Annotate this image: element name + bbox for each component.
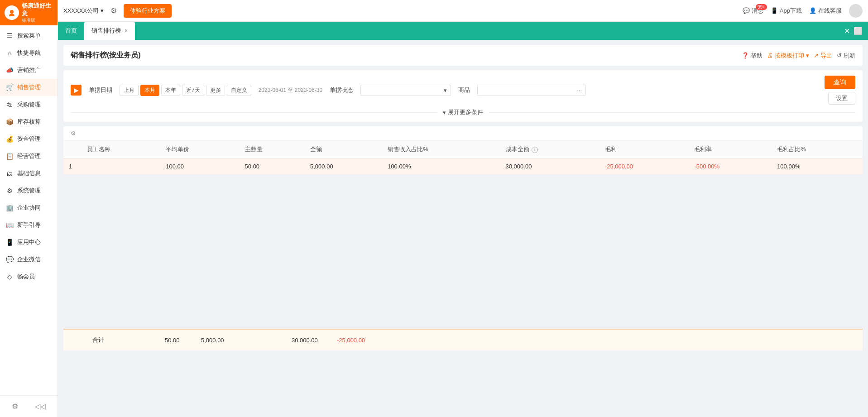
expand-label: 展开更多条件 [448, 108, 483, 116]
sidebar-item-guide[interactable]: 📖 新手引导 [0, 216, 58, 234]
header-settings-btn[interactable]: ⚙ [107, 5, 120, 17]
company-selector[interactable]: XXXXXX公司 ▾ [63, 7, 104, 15]
tab-sales-ranking[interactable]: 销售排行榜 × [84, 22, 135, 40]
date-btn-prev-month[interactable]: 上月 [120, 85, 139, 96]
search-menu-icon: ☰ [5, 32, 14, 39]
col-cost: 成本全额 i [500, 141, 599, 158]
sidebar-item-search[interactable]: ☰ 搜索菜单 [0, 27, 58, 44]
tab-home[interactable]: 首页 [58, 22, 84, 40]
sidebar-label-funds: 资金管理 [17, 135, 41, 143]
sidebar-label-purchase: 采购管理 [17, 101, 41, 109]
filter-forward-btn[interactable]: ▶ [71, 85, 82, 96]
message-icon: 💬 [743, 7, 750, 14]
table-settings-icon[interactable]: ⚙ [71, 130, 76, 137]
sidebar-item-app-center[interactable]: 📱 应用中心 [0, 234, 58, 251]
refresh-btn[interactable]: ↺ 刷新 [837, 52, 855, 60]
chevron-down-icon: ▾ [101, 7, 104, 14]
app-edition: 标准版 [22, 17, 53, 23]
footer-total-label: 合计 [87, 334, 123, 346]
table-settings-row: ⚙ [63, 126, 863, 141]
help-btn[interactable]: ❓ 帮助 [742, 52, 762, 60]
sidebar-bottom: ⚙ ◁◁ [0, 395, 58, 417]
goods-filter-input[interactable]: ··· [477, 85, 586, 96]
sidebar-item-sales[interactable]: 🛒 销售管理 [0, 79, 58, 96]
status-chevron-icon: ▾ [444, 87, 447, 94]
message-btn[interactable]: 💬 消息 99+ [743, 7, 763, 15]
print-chevron-icon: ▾ [806, 52, 809, 59]
sidebar-item-basic-info[interactable]: 🗂 基础信息 [0, 165, 58, 182]
print-btn[interactable]: 🖨 按模板打印 ▾ [767, 52, 809, 60]
status-filter-label: 单据状态 [330, 86, 353, 94]
table-row: 1 100.00 50.00 5,000.00 100.00% 30,000.0… [63, 158, 863, 175]
filter-action-btns: 查询 设置 [825, 76, 855, 105]
header-right: 💬 消息 99+ 📱 App下载 👤 在线客服 [743, 4, 863, 18]
sidebar-item-inventory[interactable]: 📦 库存核算 [0, 113, 58, 130]
sidebar-nav: ☰ 搜索菜单 ⌂ 快捷导航 📣 营销推广 🛒 销售管理 🛍 采购管理 📦 库存核… [0, 25, 58, 395]
filter-row-1: ▶ 单据日期 上月 本月 本年 近7天 更多 自定义 2023-06-01 至 … [71, 76, 855, 105]
cell-sales-ratio: 100.00% [382, 158, 500, 175]
export-icon: ↗ [814, 52, 819, 59]
cost-info-icon[interactable]: i [532, 147, 538, 153]
status-filter-select[interactable]: ▾ [360, 85, 451, 96]
sidebar-label-guide: 新手引导 [17, 221, 41, 229]
service-icon: 👤 [809, 7, 816, 14]
tab-home-label: 首页 [65, 27, 77, 35]
sidebar-item-wechat[interactable]: 💬 企业微信 [0, 251, 58, 268]
date-btn-custom[interactable]: 自定义 [227, 85, 251, 96]
export-label: 导出 [820, 52, 832, 60]
sidebar-settings-btn[interactable]: ⚙ [10, 400, 20, 412]
system-icon: ⚙ [5, 187, 14, 194]
sidebar-item-operations[interactable]: 📋 经营管理 [0, 148, 58, 165]
query-btn[interactable]: 查询 [825, 76, 855, 89]
col-employee: 员工名称 [82, 141, 160, 158]
message-badge: 99+ [756, 4, 767, 10]
date-btn-current-year[interactable]: 本年 [161, 85, 180, 96]
sidebar-item-enterprise[interactable]: 🏢 企业协同 [0, 199, 58, 216]
expand-more-btn[interactable]: ▾ 展开更多条件 [437, 108, 489, 116]
sidebar-item-quick-nav[interactable]: ⌂ 快捷导航 [0, 44, 58, 62]
tab-close-icon[interactable]: × [125, 28, 128, 34]
col-gross: 毛利 [599, 141, 689, 158]
data-table-container: ⚙ 员工名称 平均单价 主数量 全额 销售收入占比% 成本全额 i 毛利 毛利率… [63, 126, 863, 175]
footer-cost: 30,000.00 [286, 335, 331, 345]
date-btn-7days[interactable]: 近7天 [182, 85, 204, 96]
app-center-icon: 📱 [5, 239, 14, 246]
company-name: XXXXXX公司 [63, 7, 99, 15]
online-service-btn[interactable]: 👤 在线客服 [809, 7, 842, 15]
date-btn-more[interactable]: 更多 [206, 85, 225, 96]
operations-icon: 📋 [5, 153, 14, 160]
expand-divider-left [71, 112, 437, 113]
col-qty: 主数量 [240, 141, 305, 158]
close-window-icon[interactable]: ✕ [844, 27, 850, 35]
sidebar-item-member[interactable]: ◇ 畅会员 [0, 268, 58, 285]
col-amount: 全额 [305, 141, 382, 158]
refresh-icon: ↺ [837, 52, 842, 59]
page-title: 销售排行榜(按业务员) [71, 51, 141, 60]
app-download-btn[interactable]: 📱 App下载 [771, 7, 802, 15]
footer-gross-rate [377, 338, 413, 342]
window-controls: ✕ ⬜ [844, 27, 868, 35]
date-btn-current-month[interactable]: 本月 [140, 85, 159, 96]
trial-btn[interactable]: 体验行业方案 [124, 4, 172, 18]
footer-label [69, 338, 87, 342]
sidebar-label-app-center: 应用中心 [17, 238, 41, 246]
print-icon: 🖨 [767, 52, 773, 59]
refresh-label: 刷新 [844, 52, 855, 60]
print-label: 按模板打印 [775, 52, 804, 60]
sidebar-item-system[interactable]: ⚙ 系统管理 [0, 182, 58, 199]
sidebar-item-funds[interactable]: 💰 资金管理 [0, 130, 58, 148]
sidebar-label-sales: 销售管理 [17, 83, 41, 91]
basic-info-icon: 🗂 [5, 170, 14, 177]
sidebar-collapse-btn[interactable]: ◁◁ [33, 400, 48, 412]
sidebar-item-purchase[interactable]: 🛍 采购管理 [0, 96, 58, 113]
goods-filter-label: 商品 [458, 86, 470, 94]
maximize-window-icon[interactable]: ⬜ [854, 27, 863, 35]
sidebar-label-member: 畅会员 [17, 273, 35, 281]
export-btn[interactable]: ↗ 导出 [814, 52, 832, 60]
settings-small-btn[interactable]: 设置 [828, 92, 855, 105]
app-download-icon: 📱 [771, 7, 778, 14]
user-avatar[interactable] [849, 4, 863, 18]
sidebar-item-marketing[interactable]: 📣 营销推广 [0, 62, 58, 79]
guide-icon: 📖 [5, 221, 14, 229]
sidebar-label-enterprise: 企业协同 [17, 204, 41, 212]
